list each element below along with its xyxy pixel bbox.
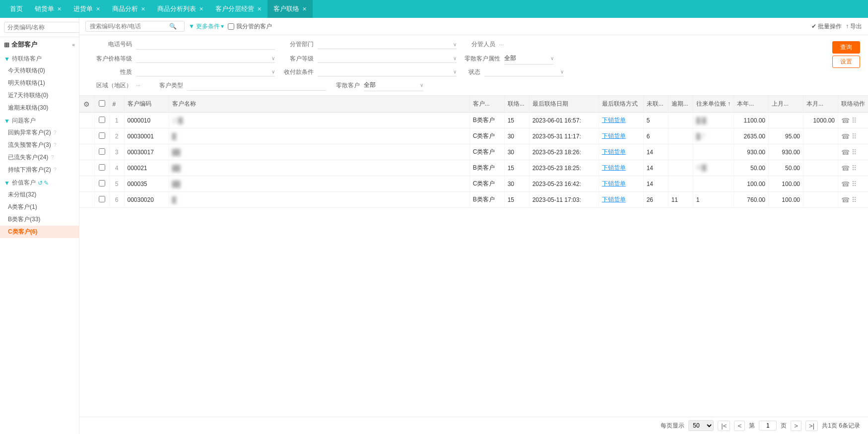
sidebar-group-value[interactable]: ▼ 价值客户 ↺ ✎ (0, 176, 79, 188)
export-btn[interactable]: ↑ 导出 (846, 22, 862, 31)
more-actions-icon[interactable]: ⠿ (852, 164, 857, 172)
sidebar-item-abnormal[interactable]: 回购异常客户(2) ? (0, 126, 79, 139)
query-button[interactable]: 查询 (832, 41, 860, 54)
settings-button[interactable]: 设置 (832, 56, 860, 68)
nav-item-analysis-list[interactable]: 商品分析列表 ✕ (151, 0, 209, 18)
more-actions-icon[interactable]: ⠿ (852, 117, 857, 124)
filter-dept-select[interactable]: ∨ (318, 40, 457, 49)
contact-way-link[interactable]: 下销货单 (602, 117, 626, 124)
my-customers-checkbox[interactable]: 我分管的客户 (228, 22, 272, 31)
table-row: 1 0000010 12█ B类客户 15 2023-06-01 16:57: … (79, 113, 868, 128)
filter-phone-input[interactable] (136, 39, 275, 50)
filter-customer-type-input[interactable] (187, 80, 326, 91)
table-container: ⚙ # 客户编码 客户名称 客户... 联络... 最后联络日期 最后联络方式 … (79, 96, 868, 417)
contact-way-link[interactable]: 下销货单 (602, 148, 626, 155)
sidebar-item-today[interactable]: 今天待联络(0) (0, 64, 79, 77)
nav-item-sales[interactable]: 销货单 ✕ (29, 0, 67, 18)
chevron-down-icon: ▾ (221, 23, 224, 30)
nav-item-analysis[interactable]: 商品分析 ✕ (106, 0, 151, 18)
search-icon[interactable]: 🔍 (169, 23, 177, 30)
per-page-select[interactable]: 50 100 200 (688, 420, 714, 431)
row-checkbox[interactable] (99, 180, 105, 186)
chevron-down-icon: ∨ (453, 69, 457, 74)
phone-icon[interactable]: ☎ (841, 164, 850, 172)
sidebar-item-declining[interactable]: 持续下滑客户(2) ? (0, 164, 79, 176)
filter-retail-attr-select[interactable]: 全部 ∨ (504, 53, 554, 64)
sidebar-group-pending[interactable]: ▼ 待联络客户 (0, 52, 79, 64)
my-customers-check[interactable] (228, 23, 234, 30)
contact-way-link[interactable]: 下销货单 (602, 132, 626, 139)
region-dots-btn[interactable]: ··· (136, 82, 140, 88)
unit-amount-cell: 1 (693, 192, 734, 208)
page-first-btn[interactable]: |< (718, 421, 730, 431)
more-conditions-btn[interactable]: ▼ 更多条件 ▾ (189, 22, 224, 31)
filter-price-level-select[interactable]: ∨ (136, 54, 275, 63)
nav-item-home[interactable]: 首页 (4, 0, 29, 18)
close-icon[interactable]: ✕ (302, 6, 307, 12)
filter-nature-select[interactable]: ∨ (136, 67, 275, 76)
contact-cell: 30 (504, 128, 529, 144)
filter-customer-level-select[interactable]: ∨ (318, 54, 457, 63)
customer-name: 12█ (172, 117, 183, 124)
nav-item-contact[interactable]: 客户联络 ✕ (267, 0, 313, 18)
sidebar-item-7days[interactable]: 近7天待联络(0) (0, 89, 79, 102)
filter-retail-customer-select[interactable]: 全部 ∨ (364, 79, 423, 91)
batch-operations-btn[interactable]: ✔ 批量操作 (811, 22, 842, 31)
year-amount-cell: 1100.00 (734, 113, 769, 128)
close-icon[interactable]: ✕ (96, 6, 100, 12)
close-icon[interactable]: ✕ (199, 6, 203, 12)
name-cell: ██ (169, 160, 469, 176)
filter-actions: 查询 设置 (832, 39, 860, 91)
sidebar-item-overdue[interactable]: 逾期未联络(30) (0, 102, 79, 114)
page-number-input[interactable] (759, 421, 777, 431)
sidebar-all-customers[interactable]: ⊞ 全部客户 « (0, 37, 79, 52)
page-prev-btn[interactable]: < (734, 421, 745, 431)
edit-icon[interactable]: ✎ (44, 180, 49, 186)
row-checkbox[interactable] (99, 132, 105, 139)
more-actions-icon[interactable]: ⠿ (852, 196, 857, 204)
action-cell: ☎ ⠿ (838, 113, 868, 128)
nav-item-purchase[interactable]: 进货单 ✕ (67, 0, 106, 18)
phone-icon[interactable]: ☎ (841, 148, 850, 156)
sidebar-item-warning[interactable]: 流失预警客户(3) ? (0, 139, 79, 151)
filter-label-retail-attr: 零散客户属性 (461, 55, 500, 63)
sidebar-search-input[interactable] (4, 22, 79, 33)
phone-icon[interactable]: ☎ (841, 132, 850, 140)
contact-way-link[interactable]: 下销货单 (602, 180, 626, 187)
gear-icon[interactable]: ⚙ (83, 100, 90, 108)
sidebar-item-tomorrow[interactable]: 明天待联络(1) (0, 77, 79, 89)
collapse-icon[interactable]: « (72, 42, 75, 48)
close-icon[interactable]: ✕ (141, 6, 145, 12)
col-type: 客户... (469, 96, 504, 113)
phone-icon[interactable]: ☎ (841, 117, 850, 124)
dots-btn[interactable]: ··· (499, 42, 504, 48)
sidebar-group-problem[interactable]: ▼ 问题客户 (0, 114, 79, 126)
row-checkbox[interactable] (99, 196, 105, 202)
refresh-icon[interactable]: ↺ (38, 180, 43, 186)
filter-status-select[interactable]: ∨ (484, 67, 564, 76)
page-next-btn[interactable]: > (791, 421, 801, 431)
close-icon[interactable]: ✕ (57, 6, 62, 12)
sidebar-item-ungrouped[interactable]: 未分组(32) (0, 188, 79, 201)
content-area: 🔍 ▼ 更多条件 ▾ 我分管的客户 ✔ 批量操作 ↑ 导出 (79, 18, 868, 434)
contact-way-link[interactable]: 下销货单 (602, 164, 626, 171)
page-last-btn[interactable]: >| (805, 421, 818, 431)
sidebar-item-lost[interactable]: 已流失客户(24) ? (0, 151, 79, 164)
select-all-checkbox[interactable] (99, 100, 105, 107)
more-actions-icon[interactable]: ⠿ (852, 132, 857, 140)
phone-icon[interactable]: ☎ (841, 180, 850, 188)
row-checkbox[interactable] (99, 164, 105, 171)
sidebar-item-class-c[interactable]: C类客户(6) (0, 226, 79, 238)
close-icon[interactable]: ✕ (257, 6, 262, 12)
search-input[interactable] (90, 23, 169, 30)
phone-icon[interactable]: ☎ (841, 196, 850, 204)
contact-way-link[interactable]: 下销货单 (602, 196, 626, 203)
filter-payment-select[interactable]: ∨ (318, 67, 457, 76)
row-checkbox[interactable] (99, 117, 105, 123)
row-checkbox[interactable] (99, 148, 105, 155)
more-actions-icon[interactable]: ⠿ (852, 180, 857, 188)
sidebar-item-class-a[interactable]: A类客户(1) (0, 201, 79, 213)
more-actions-icon[interactable]: ⠿ (852, 148, 857, 156)
sidebar-item-class-b[interactable]: B类客户(33) (0, 213, 79, 226)
nav-item-stratified[interactable]: 客户分层经营 ✕ (209, 0, 267, 18)
